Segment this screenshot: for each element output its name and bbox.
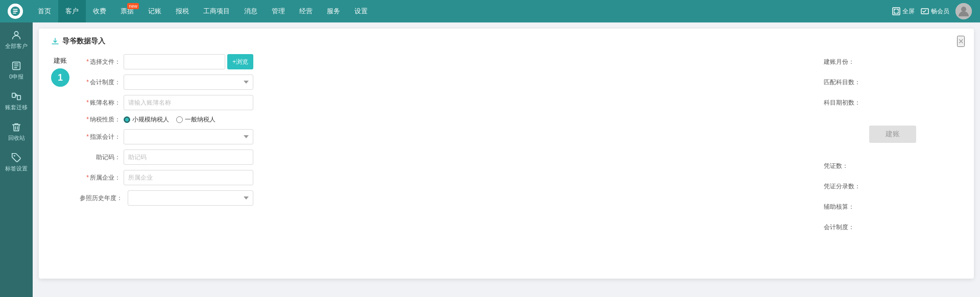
tag-icon (11, 152, 22, 163)
nav-message[interactable]: 消息 (237, 0, 265, 22)
nav-operation[interactable]: 经营 (292, 0, 320, 22)
accounting-system-info-label: 会计制度： (824, 223, 870, 232)
accounting-system-select[interactable] (124, 75, 253, 90)
logo-icon (8, 4, 23, 19)
transfer-icon (11, 91, 22, 102)
account-month-label: 建账月份： (824, 58, 870, 66)
match-subject-row: 匹配科目数： (824, 75, 962, 90)
history-year-select[interactable] (128, 190, 253, 206)
step-circle: 1 (51, 68, 69, 87)
fullscreen-label: 全屏 (902, 7, 915, 16)
nav-settings[interactable]: 设置 (347, 0, 375, 22)
accountant-label: *指派会计： (80, 133, 121, 141)
logo[interactable] (4, 0, 27, 22)
sidebar-item-0-report[interactable]: 0申报 (0, 55, 33, 86)
memo-code-input[interactable] (124, 150, 253, 165)
nav-right: 全屏 畅会员 (892, 3, 976, 19)
svg-rect-7 (17, 95, 20, 100)
svg-rect-0 (893, 8, 900, 15)
account-month-row: 建账月份： (824, 54, 962, 69)
subject-initial-label: 科目期初数： (824, 98, 870, 107)
tax-type-row: *纳税性质： 小规模纳税人 一般纳税人 (80, 115, 253, 124)
create-account-button[interactable]: 建账 (869, 126, 916, 143)
file-row: *选择文件： +浏览 (80, 54, 253, 69)
aux-accounting-row: 辅助核算： (824, 199, 962, 214)
match-subject-label: 匹配科目数： (824, 78, 870, 87)
tax-general-radio[interactable]: 一般纳税人 (176, 115, 216, 124)
nav-tax[interactable]: 报税 (169, 0, 196, 22)
accounting-system-info-row: 会计制度： (824, 219, 962, 235)
info-panel: 建账月份： 匹配科目数： 科目期初数： 建账 (808, 54, 962, 235)
sidebar-item-trash[interactable]: 回收站 (0, 116, 33, 147)
step-label: 建账 (54, 56, 67, 65)
file-text-input[interactable] (124, 54, 225, 69)
report-icon (11, 60, 22, 71)
nav-invoice[interactable]: 票据 new (113, 0, 141, 22)
browse-button[interactable]: +浏览 (227, 54, 253, 69)
memo-code-row: 助记码： (80, 150, 253, 165)
svg-point-4 (14, 32, 18, 35)
memo-code-label: 助记码： (80, 153, 121, 162)
accountant-select[interactable] (124, 129, 253, 144)
voucher-label: 凭证数： (824, 162, 870, 170)
aux-accounting-label: 辅助核算： (824, 203, 870, 211)
account-name-row: *账簿名称： (80, 95, 253, 110)
vip-button[interactable]: 畅会员 (921, 7, 949, 16)
history-year-label: 参照历史年度： (80, 194, 125, 203)
account-name-input[interactable] (124, 95, 253, 110)
vip-label: 畅会员 (931, 7, 949, 16)
fullscreen-button[interactable]: 全屏 (892, 7, 915, 16)
nav-manage[interactable]: 管理 (265, 0, 292, 22)
accounting-system-label: *会计制度： (80, 78, 121, 87)
trash-icon (11, 121, 22, 133)
user-icon (11, 30, 22, 41)
file-label: *选择文件： (80, 58, 121, 66)
nav-home[interactable]: 首页 (31, 0, 58, 22)
panel-title: 导爷数据导入 (51, 37, 962, 46)
sidebar: 全部客户 0申报 账套迁移 回收站 (0, 22, 33, 297)
tax-small-radio[interactable]: 小规模纳税人 (124, 115, 169, 124)
accounting-system-row: *会计制度： (80, 75, 253, 90)
file-input-wrap: +浏览 (124, 54, 253, 69)
voucher-records-row: 凭证分录数： (824, 179, 962, 194)
accountant-row: *指派会计： (80, 129, 253, 144)
avatar[interactable] (955, 3, 972, 19)
app-body: 全部客户 0申报 账套迁移 回收站 (0, 22, 980, 297)
nav-business[interactable]: 工商项目 (196, 0, 237, 22)
sidebar-item-transfer[interactable]: 账套迁移 (0, 86, 33, 116)
sidebar-item-tag-settings[interactable]: 标签设置 (0, 147, 33, 178)
account-name-label: *账簿名称： (80, 98, 121, 107)
sidebar-item-all-customers[interactable]: 全部客户 (0, 24, 33, 55)
svg-point-8 (14, 155, 15, 157)
nav-customer[interactable]: 客户 (58, 0, 86, 22)
company-label: *所属企业： (80, 174, 121, 182)
form-area: 建账 1 *选择文件： +浏览 (51, 54, 962, 235)
import-icon (51, 37, 59, 45)
nav-fee[interactable]: 收费 (86, 0, 113, 22)
import-panel: 导爷数据导入 × 建账 1 *选择文件： (39, 29, 974, 279)
panel-close-button[interactable]: × (957, 36, 965, 47)
tax-type-label: *纳税性质： (80, 115, 121, 124)
voucher-records-label: 凭证分录数： (824, 182, 870, 191)
company-input[interactable] (124, 170, 253, 185)
nav-bookkeeping[interactable]: 记账 (141, 0, 169, 22)
svg-rect-6 (12, 93, 15, 97)
main-content: 导爷数据导入 × 建账 1 *选择文件： (33, 22, 980, 297)
svg-point-3 (961, 7, 966, 12)
form-fields: *选择文件： +浏览 *会计制度： (80, 54, 253, 206)
subject-initial-row: 科目期初数： (824, 95, 962, 110)
top-nav: 首页 客户 收费 票据 new 记账 报税 工商项目 消息 管理 经营 服务 设… (0, 0, 980, 22)
form-step: 建账 1 *选择文件： +浏览 (51, 54, 808, 235)
company-row: *所属企业： (80, 170, 253, 185)
nav-items: 首页 客户 收费 票据 new 记账 报税 工商项目 消息 管理 经营 服务 设… (31, 0, 892, 22)
voucher-row: 凭证数： (824, 158, 962, 174)
nav-service[interactable]: 服务 (320, 0, 347, 22)
tax-type-radio-group: 小规模纳税人 一般纳税人 (124, 115, 253, 124)
history-year-row: 参照历史年度： (80, 190, 253, 206)
step-indicator: 建账 1 (51, 54, 69, 87)
new-badge: new (127, 3, 139, 9)
